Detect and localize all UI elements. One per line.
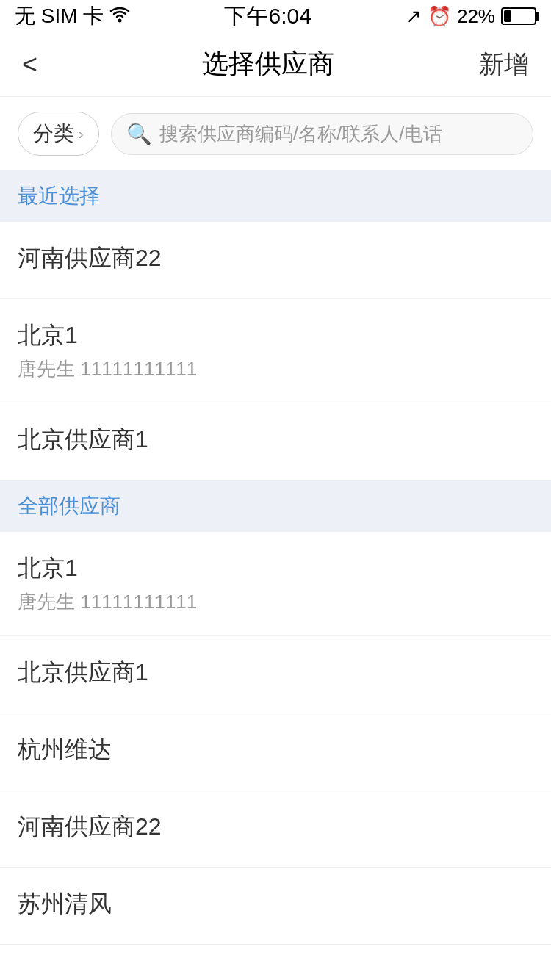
item-name: 北京1	[18, 552, 533, 585]
item-subtitle: 唐先生 11111111111	[18, 356, 533, 382]
status-bar: 无 SIM 卡 下午6:04 ↗ ⏰ 22%	[0, 0, 551, 32]
section-header-all: 全部供应商	[0, 480, 551, 532]
item-name: 河南供应商22	[18, 242, 533, 275]
item-name: 北京供应商1	[18, 657, 533, 689]
filter-bar: 分类 › 🔍 搜索供应商编码/名称/联系人/电话	[0, 97, 551, 170]
list-item[interactable]: 北京1唐先生 11111111111	[0, 532, 551, 636]
section-header-recent: 最近选择	[0, 170, 551, 222]
alarm-icon: ⏰	[428, 5, 451, 28]
nav-bar: < 选择供应商 新增	[0, 32, 551, 97]
list-item[interactable]: 杭州维达	[0, 713, 551, 790]
item-name: 河南供应商22	[18, 811, 533, 843]
item-name: 北京供应商1	[18, 424, 533, 456]
list-item[interactable]: 北京1唐先生 11111111111	[0, 299, 551, 403]
list-item[interactable]: 苏州清风	[0, 868, 551, 945]
status-left: 无 SIM 卡	[15, 2, 130, 30]
status-time: 下午6:04	[224, 1, 311, 32]
item-name: 北京1	[18, 320, 533, 352]
page-title: 选择供应商	[66, 46, 470, 82]
back-button[interactable]: <	[22, 49, 66, 80]
list-item[interactable]: 北京供应商1	[0, 403, 551, 480]
search-input-placeholder[interactable]: 搜索供应商编码/名称/联系人/电话	[159, 121, 518, 147]
list-item[interactable]: 北京供应商1	[0, 636, 551, 713]
location-icon: ↗	[406, 5, 422, 28]
list-item[interactable]: 河南供应商22	[0, 790, 551, 868]
search-icon: 🔍	[126, 122, 152, 146]
wifi-icon	[109, 4, 130, 28]
svg-point-0	[118, 19, 122, 23]
item-subtitle: 唐先生 11111111111	[18, 589, 533, 615]
sections-container: 最近选择河南供应商22北京1唐先生 11111111111北京供应商1全部供应商…	[0, 170, 551, 945]
add-button[interactable]: 新增	[470, 48, 529, 82]
sim-status: 无 SIM 卡	[15, 2, 104, 30]
chevron-right-icon: ›	[79, 126, 84, 143]
item-name: 苏州清风	[18, 888, 533, 920]
category-label: 分类	[33, 120, 74, 148]
category-filter-button[interactable]: 分类 ›	[18, 112, 99, 156]
battery-percent: 22%	[457, 5, 495, 28]
list-item[interactable]: 河南供应商22	[0, 222, 551, 299]
search-box[interactable]: 🔍 搜索供应商编码/名称/联系人/电话	[111, 113, 533, 155]
item-name: 杭州维达	[18, 734, 533, 766]
battery-icon	[501, 7, 536, 25]
status-right: ↗ ⏰ 22%	[406, 5, 536, 28]
